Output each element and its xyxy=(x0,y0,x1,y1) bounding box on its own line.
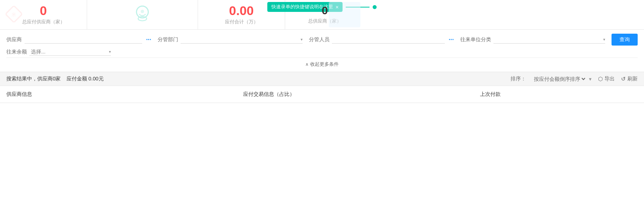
result-bar: 搜索结果中，供应商0家 应付金额 0.00元 排序： 按应付会额倒序排序 ▾ ⬡… xyxy=(0,72,644,86)
export-label: 导出 xyxy=(604,75,615,82)
filter-area: 供应商 ··· 分管部门 ▾ 分管人员 ··· 往来单位分类 ▾ xyxy=(0,30,644,72)
person-filter-label: 分管人员 xyxy=(309,36,330,43)
export-icon: ⬡ xyxy=(598,76,603,82)
col-transaction-info: 应付交易信息（占比） xyxy=(243,91,480,98)
stat-icon-area xyxy=(87,0,198,29)
svg-point-4 xyxy=(141,10,144,13)
col-supplier-info: 供应商信息 xyxy=(6,91,243,98)
filter-supplier: 供应商 ··· xyxy=(6,36,158,44)
supplier-filter-label: 供应商 xyxy=(6,36,22,43)
filter-category: 往来单位分类 ▾ xyxy=(460,36,612,44)
query-button[interactable]: 查询 xyxy=(612,34,638,46)
balance-chevron-icon: ▾ xyxy=(109,50,111,54)
department-filter-input[interactable] xyxy=(181,36,301,43)
collapse-button[interactable]: ∧ 收起更多条件 xyxy=(6,59,638,69)
filter-balance: 往来余额 ▾ xyxy=(6,48,117,56)
stat-total-suppliers: 0 总供应商（家） xyxy=(285,0,364,29)
svg-text:米: 米 xyxy=(11,12,16,17)
stat-total-suppliers-value: 0 xyxy=(322,5,328,17)
balance-select-wrapper: ▾ xyxy=(29,48,111,56)
refresh-icon: ↺ xyxy=(621,76,626,82)
result-actions: 排序： 按应付会额倒序排序 ▾ ⬡ 导出 ↺ 刷新 xyxy=(511,75,638,82)
category-filter-label: 往来单位分类 xyxy=(460,36,491,43)
refresh-button[interactable]: ↺ 刷新 xyxy=(621,75,638,82)
brand-logo: 米 xyxy=(4,4,24,25)
balance-filter-label: 往来余额 xyxy=(6,48,27,55)
svg-point-3 xyxy=(138,17,147,21)
stat-payable-suppliers-label: 总应付供应商（家） xyxy=(22,19,65,25)
table-body xyxy=(0,103,644,204)
stat-right-bg xyxy=(329,2,360,27)
export-button[interactable]: ⬡ 导出 xyxy=(598,75,615,82)
filter-department: 分管部门 ▾ xyxy=(158,36,309,44)
person-filter-input[interactable] xyxy=(332,36,445,44)
stats-bar: 米 0 总应付供应商（家） 0.00 应付合计（万） 快速录单的快捷键说明在这里… xyxy=(0,0,644,30)
result-info-text: 搜索结果中，供应商0家 应付金额 0.00元 xyxy=(6,75,104,82)
sort-chevron-icon: ▾ xyxy=(589,76,592,82)
sort-select[interactable]: 按应付会额倒序排序 xyxy=(532,76,587,82)
stat-payable-suppliers-value: 0 xyxy=(40,4,47,18)
col-last-payment: 上次付款 xyxy=(480,91,638,98)
supplier-dots-button[interactable]: ··· xyxy=(146,36,151,43)
category-chevron-icon: ▾ xyxy=(603,37,605,42)
collapse-arrow-icon: ∧ xyxy=(305,62,309,67)
department-select-wrapper: ▾ xyxy=(181,36,303,44)
sort-label: 排序： xyxy=(511,75,526,82)
result-supplier-count: 搜索结果中，供应商0家 xyxy=(6,76,61,82)
department-filter-label: 分管部门 xyxy=(158,36,178,43)
balance-filter-input[interactable] xyxy=(29,48,109,55)
person-dots-button[interactable]: ··· xyxy=(449,36,454,43)
supplier-filter-input[interactable] xyxy=(25,36,142,44)
filter-row-2: 往来余额 ▾ xyxy=(6,48,638,56)
department-chevron-icon: ▾ xyxy=(301,37,303,42)
stat-payable-total-value: 0.00 xyxy=(229,4,253,18)
refresh-label: 刷新 xyxy=(627,75,638,82)
category-select-wrapper: ▾ xyxy=(493,36,605,44)
table-header: 供应商信息 应付交易信息（占比） 上次付款 xyxy=(0,86,644,103)
collapse-label: 收起更多条件 xyxy=(310,61,339,68)
category-filter-input[interactable] xyxy=(493,36,603,43)
stat-payable-total-label: 应付合计（万） xyxy=(225,19,258,25)
result-amount-info: 应付金额 0.00元 xyxy=(67,76,104,82)
tooltip-dot xyxy=(373,5,377,9)
filter-row-1: 供应商 ··· 分管部门 ▾ 分管人员 ··· 往来单位分类 ▾ xyxy=(6,34,638,46)
filter-person: 分管人员 ··· xyxy=(309,36,460,44)
